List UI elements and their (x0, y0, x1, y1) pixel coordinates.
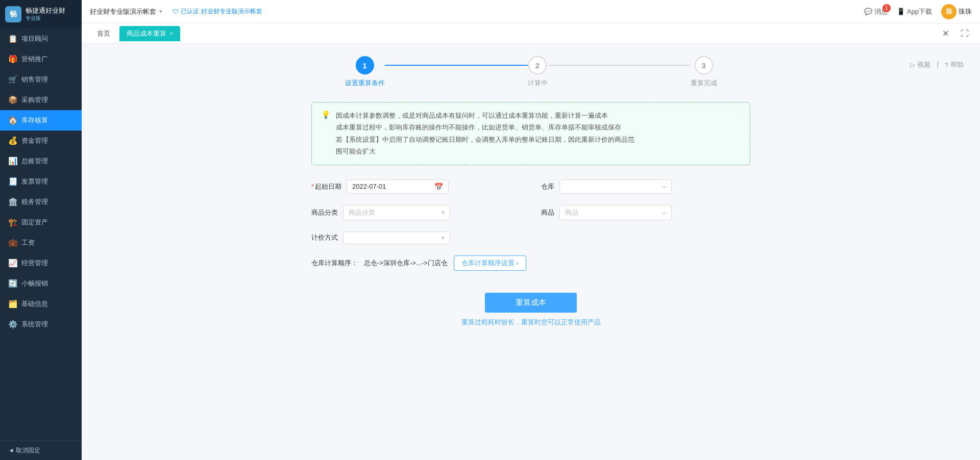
step-line-2 (548, 65, 691, 66)
step-2-label: 计算中 (528, 79, 548, 88)
account-name: 好业财专业版演示帐套 (90, 7, 156, 16)
start-date-input[interactable]: 2022-07-01 📅 (347, 180, 449, 194)
help-links: ▷ 视频 | ? 帮助 (910, 60, 964, 69)
sidebar-item-xiaochang[interactable]: 🔄小畅报销 (0, 273, 82, 294)
message-badge: 1 (883, 4, 891, 12)
step-2-circle: 2 (528, 56, 547, 74)
step-3-circle: 3 (695, 56, 713, 74)
sidebar-item-xitong[interactable]: ⚙️系统管理 (0, 314, 82, 335)
close-panel-button[interactable]: ✕ (938, 27, 952, 41)
doc-help-link[interactable]: ? 帮助 (945, 60, 964, 69)
tab-close-icon[interactable]: × (169, 30, 173, 37)
kucun-icon: 🏠 (8, 116, 17, 125)
sidebar: 畅 畅捷通好业财 专业版 📋项目顾问🎁营销推广🛒销售管理📦采购管理🏠库存核算💰资… (0, 0, 82, 460)
tab-home[interactable]: 首页 (90, 26, 117, 41)
shield-icon: 🛡 (173, 8, 179, 15)
topbar-actions: 💬 消息 1 📱 App下载 珠 珠珠 (864, 4, 972, 19)
price-method-select[interactable]: ▾ (343, 232, 450, 244)
form-row-2: 商品分类 商品分类 ▾ 商品 商品 ··· (311, 205, 750, 220)
price-method-group: 计价方式 ▾ (311, 232, 750, 244)
step-2: 2 计算中 (528, 56, 548, 88)
start-date-group: * 起始日期 2022-07-01 📅 (311, 180, 521, 194)
sidebar-item-xiangmu[interactable]: 📋项目顾问 (0, 29, 82, 49)
step-1: 1 设置重算条件 (345, 56, 385, 88)
sidebar-item-jichu[interactable]: 🗂️基础信息 (0, 294, 82, 314)
sidebar-item-label: 固定资产 (21, 218, 48, 227)
expand-panel-button[interactable]: ⛶ (958, 27, 972, 41)
tab-recalc-label: 商品成本重算 (127, 29, 166, 38)
sidebar-item-label: 采购管理 (21, 95, 48, 105)
sidebar-item-gongzi[interactable]: 💼工资 (0, 233, 82, 253)
gongzi-icon: 💼 (8, 238, 17, 247)
tab-recalc[interactable]: 商品成本重算 × (119, 26, 180, 41)
video-help-link[interactable]: ▷ 视频 (910, 60, 930, 69)
main-area: 好业财专业版演示帐套 ▾ 🛡 已认证 好业财专业版演示帐套 💬 消息 1 📱 A… (82, 0, 980, 460)
logo-text: 畅捷通好业财 (26, 7, 65, 15)
gudingzichan-icon: 🏗️ (8, 218, 17, 227)
info-box: 💡 因成本计算参数调整，或是对商品成本有疑问时，可以通过成本重算功能，重新计算一… (311, 102, 750, 165)
step-1-circle: 1 (356, 56, 374, 74)
zijin-icon: 💰 (8, 136, 17, 145)
xiangmu-icon: 📋 (8, 34, 17, 43)
sidebar-item-label: 基础信息 (21, 299, 48, 309)
topbar: 好业财专业版演示帐套 ▾ 🛡 已认证 好业财专业版演示帐套 💬 消息 1 📱 A… (82, 0, 980, 23)
warehouse-label: 仓库 (541, 182, 554, 191)
price-chevron-icon: ▾ (442, 235, 445, 241)
warehouse-order-setting-button[interactable]: 仓库计算顺序设置 › (454, 255, 526, 271)
chevron-down-icon: ▾ (442, 209, 445, 216)
phone-icon: 📱 (897, 8, 905, 15)
sidebar-item-xiaoshou[interactable]: 🛒销售管理 (0, 69, 82, 90)
sidebar-item-label: 工资 (21, 238, 35, 247)
xitong-icon: ⚙️ (8, 320, 17, 329)
category-select[interactable]: 商品分类 ▾ (343, 205, 450, 220)
sidebar-item-label: 经营管理 (21, 259, 48, 268)
app-download-button[interactable]: 📱 App下载 (897, 7, 932, 16)
sidebar-item-label: 税务管理 (21, 197, 48, 207)
calendar-icon: 📅 (434, 183, 443, 191)
content-area: 1 设置重算条件 2 计算中 3 重算完成 ▷ 视频 | ? (82, 44, 980, 460)
sidebar-item-yingxiao[interactable]: 🎁营销推广 (0, 49, 82, 69)
sidebar-item-label: 总账管理 (21, 157, 48, 166)
account-selector[interactable]: 好业财专业版演示帐套 ▾ (90, 7, 162, 16)
sidebar-item-kucun[interactable]: 🏠库存核算 (0, 110, 82, 131)
category-group: 商品分类 商品分类 ▾ (311, 205, 521, 220)
warehouse-group: 仓库 ··· (541, 180, 750, 194)
warehouse-order-label: 仓库计算顺序： (311, 259, 358, 268)
xiaochang-icon: 🔄 (8, 279, 17, 288)
zongzhang-icon: 📊 (8, 157, 17, 166)
user-profile[interactable]: 珠 珠珠 (941, 4, 972, 19)
sidebar-item-zongzhang[interactable]: 📊总账管理 (0, 151, 82, 171)
fapiao-icon: 🧾 (8, 177, 17, 186)
sidebar-item-caigou[interactable]: 📦采购管理 (0, 90, 82, 110)
recalc-button[interactable]: 重算成本 (485, 293, 577, 313)
sidebar-item-gudingzichan[interactable]: 🏗️固定资产 (0, 212, 82, 233)
sidebar-item-jingying[interactable]: 📈经营管理 (0, 253, 82, 273)
help-icon: ? (945, 61, 948, 69)
sidebar-item-shuiwu[interactable]: 🏛️税务管理 (0, 192, 82, 212)
category-label: 商品分类 (311, 208, 338, 217)
sidebar-item-label: 系统管理 (21, 320, 48, 329)
cancel-fixed-button[interactable]: ◄ 取消固定 (0, 441, 82, 460)
form-area: * 起始日期 2022-07-01 📅 仓库 ··· (311, 180, 750, 327)
warehouse-input[interactable]: ··· (559, 180, 672, 194)
sidebar-item-fapiao[interactable]: 🧾发票管理 (0, 171, 82, 192)
product-label: 商品 (541, 208, 554, 217)
required-mark: * (311, 183, 314, 190)
yingxiao-icon: 🎁 (8, 55, 17, 64)
tabbar: 首页 商品成本重算 × ✕ ⛶ (82, 23, 980, 44)
recalc-section: 重算成本 重算过程耗时较长，重算时您可以正常使用产品 (311, 285, 750, 327)
message-button[interactable]: 💬 消息 1 (864, 7, 888, 16)
product-input[interactable]: 商品 ··· (559, 205, 672, 220)
product-more-icon: ··· (662, 209, 666, 217)
sidebar-item-label: 销售管理 (21, 75, 48, 84)
sidebar-item-zijin[interactable]: 💰资金管理 (0, 131, 82, 151)
sidebar-item-label: 项目顾问 (21, 34, 48, 43)
sidebar-item-label: 库存核算 (21, 116, 48, 125)
more-icon: ··· (662, 183, 666, 191)
sidebar-item-label: 资金管理 (21, 136, 48, 145)
form-row-1: * 起始日期 2022-07-01 📅 仓库 ··· (311, 180, 750, 194)
warehouse-order-value: 总仓->深圳仓库->...->门店仓 (364, 259, 448, 268)
sidebar-item-label: 发票管理 (21, 177, 48, 186)
logo-sub: 专业版 (26, 15, 65, 22)
logo-icon: 畅 (5, 6, 21, 22)
